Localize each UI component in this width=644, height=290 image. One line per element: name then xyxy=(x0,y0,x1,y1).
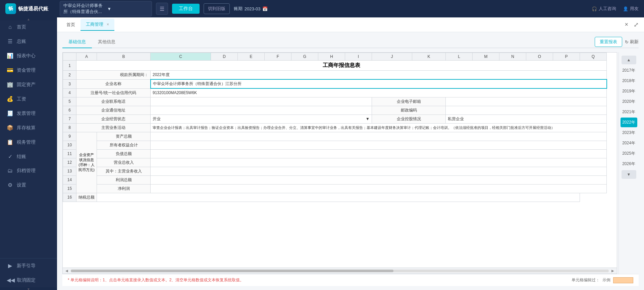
consult-label: 人工咨询 xyxy=(599,6,616,12)
table-row: 10 所有者权益合计 xyxy=(63,141,607,149)
user-label: 用友 xyxy=(630,6,639,12)
tab-business-management[interactable]: 工商管理 × xyxy=(80,19,114,31)
h-scroll-track[interactable] xyxy=(71,270,609,272)
calendar-icon[interactable]: 📅 xyxy=(262,6,268,11)
reset-report-button[interactable]: 重置报表 xyxy=(595,37,622,47)
sidebar-item-newuser[interactable]: ▶ 新手引导 xyxy=(0,259,57,273)
old-version-button[interactable]: 切到旧版 xyxy=(204,3,230,14)
cell-title[interactable]: 工商年报信息表 xyxy=(76,61,607,71)
sidebar-bottom: ▶ 新手引导 ◀◀ 取消固定 xyxy=(0,258,57,287)
sidebar-item-checkout[interactable]: ✓ 结账 xyxy=(0,149,57,164)
row-num-16: 16 xyxy=(63,193,76,202)
cell-11-value[interactable] xyxy=(151,149,607,158)
status-note: * 单元格编辑说明：1、点击单元格直接录入数值或文本。2、清空单元格数值或文本恢… xyxy=(68,277,244,283)
cell-7-holding-label: 企业控股情况 xyxy=(372,115,446,123)
cell-5-phone[interactable] xyxy=(151,97,372,106)
workbench-button[interactable]: 工作台 xyxy=(172,4,200,14)
unpin-icon: ◀◀ xyxy=(7,277,13,283)
cell-10-value[interactable] xyxy=(151,141,607,149)
year-item[interactable]: 2019年 xyxy=(621,86,637,96)
cell-13-label: 其中：主营业务收入 xyxy=(97,167,151,175)
cell-15-value[interactable] xyxy=(151,184,607,193)
fund-icon: 💳 xyxy=(7,67,13,73)
cell-4-value[interactable]: 91320100MA208E5W6K xyxy=(151,88,607,97)
window-expand-button[interactable]: ⤢ xyxy=(632,20,640,30)
company-selector[interactable]: 中审众环会计师事务所（特殊普通合伙... ▼ xyxy=(60,1,152,16)
cell-6-zip[interactable] xyxy=(446,106,607,115)
h-scroll-thumb[interactable] xyxy=(71,270,393,272)
period-display: 账期 2023-03 📅 xyxy=(234,6,268,12)
cell-3-label: 企业名称 xyxy=(76,79,151,88)
tab-close-icon[interactable]: × xyxy=(107,22,109,27)
consult-button[interactable]: 🎧 人工咨询 xyxy=(592,6,616,12)
year-item[interactable]: 2025年 xyxy=(621,149,637,158)
h-scrollbar[interactable]: ◀ ▶ xyxy=(63,268,617,274)
year-list: 2017年2018年2019年2020年2021年2022年2023年2024年… xyxy=(619,66,639,169)
sidebar-item-settings[interactable]: ⚙ 设置 xyxy=(0,178,57,192)
cell-6-addr[interactable] xyxy=(151,106,372,115)
year-item[interactable]: 2018年 xyxy=(621,76,637,86)
cell-14-value[interactable] xyxy=(151,175,607,184)
sidebar-item-label: 首页 xyxy=(17,24,26,30)
sidebar-item-tax[interactable]: 📋 税务管理 xyxy=(0,135,57,149)
refresh-button[interactable]: ↻ 刷新 xyxy=(625,37,639,47)
sidebar-item-home[interactable]: ⌂ 首页 xyxy=(0,20,57,34)
cell-16-value[interactable] xyxy=(97,193,580,202)
home-icon: ⌂ xyxy=(7,24,13,30)
year-item[interactable]: 2021年 xyxy=(621,107,637,117)
cell-8-value[interactable]: 审查企业会计报表；出具审计报告；验证企业资本；出具验资报告；办理企业合并、分立、… xyxy=(151,123,607,132)
table-row: 7 企业经营状态 开业▼ 企业控股情况 私营企业 xyxy=(63,115,607,123)
table-row: 5 企业联系电话 企业电子邮箱 xyxy=(63,97,607,106)
year-scroll-down-button[interactable]: ▼ xyxy=(622,170,636,179)
year-item[interactable]: 2020年 xyxy=(621,97,637,106)
cell-3-value[interactable]: 中审众环会计师事务所（特殊普通合伙）江苏分所 xyxy=(151,79,607,88)
window-close-button[interactable]: × xyxy=(623,20,630,29)
year-item[interactable]: 2017年 xyxy=(621,66,637,75)
scroll-right-arrow[interactable]: ▶ xyxy=(610,269,615,273)
sidebar-item-inventory[interactable]: 📦 库存核算 xyxy=(0,121,57,135)
sidebar-item-archive[interactable]: 🗂 归档管理 xyxy=(0,164,57,178)
cell-13-value[interactable] xyxy=(151,167,607,175)
sidebar-item-label: 资金管理 xyxy=(17,67,36,73)
user-menu[interactable]: 👤 用友 xyxy=(623,6,639,12)
year-item[interactable]: 2023年 xyxy=(621,128,637,138)
col-header-k: K xyxy=(412,53,446,61)
sub-tab-basic[interactable]: 基础信息 xyxy=(62,36,92,48)
scroll-left-arrow[interactable]: ◀ xyxy=(64,269,69,273)
year-item[interactable]: 2024年 xyxy=(621,138,637,148)
cell-7-holding[interactable]: 私营企业 xyxy=(446,115,607,123)
newuser-icon: ▶ xyxy=(7,263,13,269)
cell-2-ab: 税款所属期间： xyxy=(76,71,151,80)
cell-5-email[interactable] xyxy=(446,97,607,106)
spreadsheet-scroll-area[interactable]: A B C D E F G H I J xyxy=(63,53,617,268)
sub-tab-other[interactable]: 其他信息 xyxy=(92,36,121,48)
status-right: 单元格编辑过： 示例 xyxy=(572,277,633,283)
cell-12-value[interactable] xyxy=(151,158,607,167)
sidebar: ▲ ⌂ 首页 ☰ 总账 📊 报表中心 💳 资金管理 🏢 固定资产 💰 工资 🧾 … xyxy=(0,17,57,290)
period-value: 2023-03 xyxy=(245,6,261,11)
company-settings-icon[interactable]: ☰ xyxy=(156,3,168,15)
sidebar-item-fund[interactable]: 💳 资金管理 xyxy=(0,63,57,77)
sidebar-item-salary[interactable]: 💰 工资 xyxy=(0,92,57,106)
sidebar-item-unpin[interactable]: ◀◀ 取消固定 xyxy=(0,273,57,287)
year-item[interactable]: 2026年 xyxy=(621,159,637,169)
sidebar-item-ledger[interactable]: ☰ 总账 xyxy=(0,34,57,49)
cell-2-value[interactable]: 2022年度 xyxy=(151,71,607,80)
year-item[interactable]: 2022年 xyxy=(621,118,637,127)
cell-7-status[interactable]: 开业▼ xyxy=(151,115,372,123)
row-num-14: 14 xyxy=(63,175,76,184)
sidebar-item-invoice[interactable]: 🧾 发票管理 xyxy=(0,106,57,121)
tab-bar: 首页 工商管理 × × ⤢ xyxy=(57,17,644,32)
tab-home[interactable]: 首页 xyxy=(61,19,80,30)
col-header-l: L xyxy=(446,53,473,61)
refresh-icon: ↻ xyxy=(625,40,629,45)
sidebar-item-report[interactable]: 📊 报表中心 xyxy=(0,49,57,63)
year-scroll-up-button[interactable]: ▲ xyxy=(622,56,636,64)
sidebar-scroll-down[interactable]: ▼ xyxy=(0,287,57,290)
table-row: 3 企业名称 中审众环会计师事务所（特殊普通合伙）江苏分所 xyxy=(63,79,607,88)
sidebar-scroll-up[interactable]: ▲ xyxy=(0,17,57,20)
row-num-8: 8 xyxy=(63,123,76,132)
cell-9-value[interactable] xyxy=(151,132,607,141)
sidebar-item-fixed-asset[interactable]: 🏢 固定资产 xyxy=(0,77,57,92)
col-header-h: H xyxy=(318,53,345,61)
